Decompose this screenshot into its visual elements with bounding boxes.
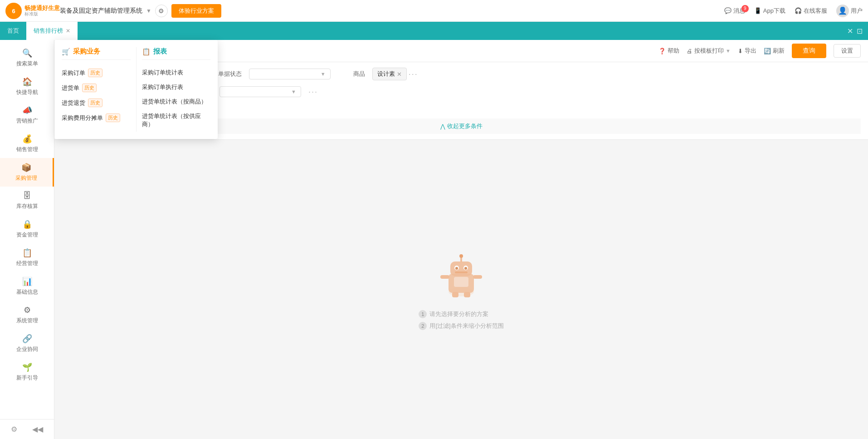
svg-text:6: 6 <box>12 8 15 15</box>
menu-item-goods-in-label: 进货单 <box>62 84 79 92</box>
tab-sales-rank-label: 销售排行榜 <box>34 27 63 35</box>
svg-rect-15 <box>464 292 470 297</box>
app-download-item[interactable]: 📱 App下载 <box>754 7 785 15</box>
menu-item-purchase-order-stat[interactable]: 采购订单统计表 <box>142 65 211 80</box>
menu-item-purchase-expense[interactable]: 采购费用分摊单 历史 <box>62 110 131 125</box>
industry-btn[interactable]: 体验行业方案 <box>171 4 221 18</box>
sidebar-item-operation[interactable]: 📋 经营管理 <box>0 243 54 272</box>
svg-rect-13 <box>473 275 482 279</box>
system-dropdown-icon[interactable]: ▼ <box>146 8 151 14</box>
menu-item-goods-in-by-supplier-label: 进货单统计表（按供应商） <box>142 112 211 128</box>
sidebar-item-search[interactable]: 🔍 搜索菜单 <box>0 44 54 72</box>
sidebar-collapse-icon[interactable]: ◀◀ <box>32 425 43 434</box>
export-label: 导出 <box>745 47 756 55</box>
document-status-chevron: ▼ <box>321 71 326 77</box>
menu-item-goods-in-by-product[interactable]: 进货单统计表（按商品） <box>142 94 211 109</box>
sidebar-item-system-label: 系统管理 <box>16 317 38 325</box>
menu-item-purchase-order-stat-label: 采购订单统计表 <box>142 69 183 77</box>
help-item[interactable]: ❓ 帮助 <box>658 47 679 55</box>
tab-sales-rank[interactable]: 销售排行榜 ✕ <box>26 22 78 40</box>
purchase-section-title: 采购业务 <box>73 47 100 56</box>
hint-num-2: 2 <box>419 322 427 330</box>
settings-button[interactable]: 设置 <box>834 44 861 58</box>
goods-label: 商品 <box>338 70 365 78</box>
help-label: 帮助 <box>668 47 679 55</box>
user-label: 用户 <box>851 7 863 15</box>
sidebar-item-system[interactable]: ⚙ 系统管理 <box>0 301 54 329</box>
menu-item-purchase-order[interactable]: 采购订单 历史 <box>62 65 131 80</box>
sidebar-item-purchase[interactable]: 📦 采购管理 <box>0 158 54 187</box>
svg-rect-16 <box>454 277 468 287</box>
history-tag-0: 历史 <box>88 69 102 77</box>
refresh-item[interactable]: 🔄 刷新 <box>764 47 785 55</box>
template-print-item[interactable]: 🖨 按模板打印 ▼ <box>687 47 731 55</box>
hint-2: 2 用[过滤]条件来缩小分析范围 <box>419 322 503 330</box>
sidebar-item-guide-label: 新手引导 <box>16 374 38 382</box>
svg-rect-12 <box>440 275 449 279</box>
sidebar-item-base-info[interactable]: 📊 基础信息 <box>0 272 54 301</box>
sidebar-item-sales[interactable]: 💰 销售管理 <box>0 129 54 158</box>
tab-home[interactable]: 首页 <box>0 22 26 40</box>
empty-hints: 1 请先选择要分析的方案 2 用[过滤]条件来缩小分析范围 <box>419 310 503 330</box>
sidebar-item-enterprise-label: 企业协同 <box>16 345 38 353</box>
online-service-item[interactable]: 🎧 在线客服 <box>795 7 827 15</box>
tab-close-icon[interactable]: ✕ <box>66 28 70 34</box>
msg-icon-item[interactable]: 💬 消息 9 <box>724 7 745 15</box>
menu-item-goods-in-by-supplier[interactable]: 进货单统计表（按供应商） <box>142 109 211 132</box>
sidebar-item-finance[interactable]: 🔒 资金管理 <box>0 215 54 243</box>
hint-text-1: 请先选择要分析的方案 <box>429 310 488 318</box>
headset-icon: 🎧 <box>795 7 802 14</box>
empty-icon-wrap <box>434 249 488 305</box>
sidebar-item-enterprise[interactable]: 🔗 企业协同 <box>0 329 54 358</box>
document-status-select[interactable]: ▼ <box>249 69 331 79</box>
refresh-icon: 🔄 <box>764 48 771 54</box>
dropdown-divider <box>136 47 137 132</box>
empty-robot-svg <box>434 249 488 303</box>
finance-icon: 🔒 <box>22 219 32 229</box>
sidebar-settings-icon[interactable]: ⚙ <box>11 425 17 434</box>
menu-item-purchase-expense-label: 采购费用分摊单 <box>62 114 103 122</box>
system-name-area: 装备及固定资产辅助管理系统 ▼ ⚙ 体验行业方案 <box>60 4 724 18</box>
settings-icon[interactable]: ⚙ <box>155 5 168 17</box>
goods-filter-area: 设计素 ✕ ··· <box>372 68 418 80</box>
sidebar-item-guide[interactable]: 🌱 新手引导 <box>0 358 54 386</box>
sidebar-item-marketing[interactable]: 📣 营销推广 <box>0 101 54 129</box>
template-print-label: 按模板打印 <box>694 47 724 55</box>
menu-item-purchase-order-label: 采购订单 <box>62 69 85 77</box>
empty-state: 1 请先选择要分析的方案 2 用[过滤]条件来缩小分析范围 <box>54 140 868 439</box>
query-button[interactable]: 查询 <box>792 44 826 58</box>
salesperson-chevron: ▼ <box>291 89 296 94</box>
header-right: 💬 消息 9 📱 App下载 🎧 在线客服 👤 用户 <box>724 5 863 17</box>
msg-icon: 💬 <box>724 7 731 14</box>
export-item[interactable]: ⬇ 导出 <box>738 47 756 55</box>
purchase-section-icon: 🛒 <box>62 48 70 56</box>
goods-tag: 设计素 ✕ <box>372 68 407 80</box>
tab-close-all-icon[interactable]: ✕ <box>847 27 853 35</box>
home-icon: 🏠 <box>22 77 32 87</box>
sidebar-item-inventory[interactable]: 🗄 库存核算 <box>0 187 54 215</box>
sidebar-item-search-label: 搜索菜单 <box>16 60 38 68</box>
logo-sub: 标准版 <box>24 11 60 17</box>
sidebar-item-quick-nav-label: 快捷导航 <box>16 89 38 96</box>
logo-main: 畅捷通好生意 <box>24 5 60 12</box>
goods-tag-remove[interactable]: ✕ <box>397 71 402 78</box>
sales-icon: 💰 <box>22 134 32 144</box>
svg-rect-11 <box>455 271 468 273</box>
tab-maximize-icon[interactable]: ⊡ <box>857 27 863 35</box>
menu-item-return-goods-label: 进货退货 <box>62 99 85 107</box>
logo-text: 畅捷通好生意 标准版 <box>24 5 60 17</box>
salesperson-select[interactable]: ▼ <box>219 86 301 97</box>
menu-item-return-goods[interactable]: 进货退货 历史 <box>62 95 131 110</box>
menu-item-purchase-order-exec[interactable]: 采购订单执行表 <box>142 80 211 94</box>
goods-more-btn[interactable]: ··· <box>409 69 418 79</box>
template-print-dropdown-icon[interactable]: ▼ <box>726 48 731 54</box>
salesperson-more-btn[interactable]: ··· <box>308 87 318 97</box>
sidebar-item-marketing-label: 营销推广 <box>16 117 38 125</box>
sidebar-item-quick-nav[interactable]: 🏠 快捷导航 <box>0 72 54 101</box>
svg-point-10 <box>459 254 463 258</box>
svg-rect-14 <box>452 292 458 297</box>
user-item[interactable]: 👤 用户 <box>836 5 863 17</box>
inventory-icon: 🗄 <box>23 191 31 201</box>
menu-item-goods-in[interactable]: 进货单 历史 <box>62 80 131 95</box>
help-icon: ❓ <box>658 48 666 54</box>
